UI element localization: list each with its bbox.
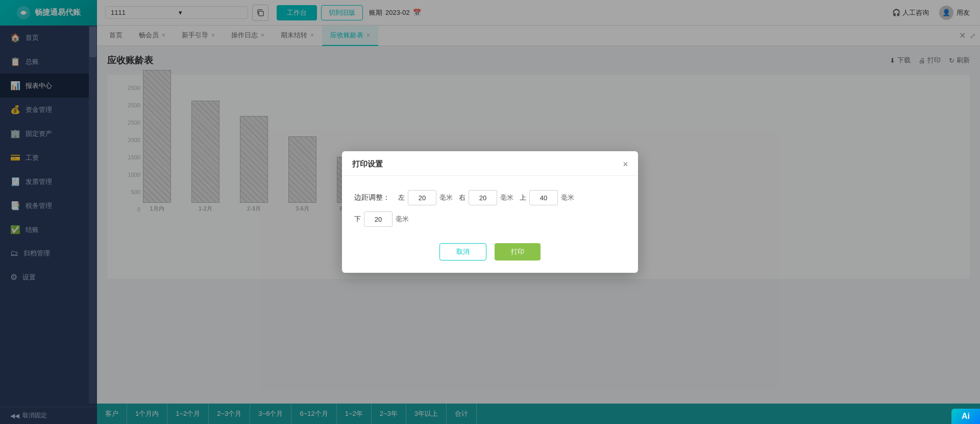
dialog-footer: 取消 打印 [342,237,638,273]
dialog-body: 边距调整： 左 毫米 右 毫米 上 毫米 下 [342,176,638,237]
right-margin-input[interactable] [469,190,497,205]
top-margin-input[interactable] [529,190,558,205]
right-unit-label: 毫米 [500,193,513,202]
margin-row: 边距调整： 左 毫米 右 毫米 上 毫米 下 [354,190,626,227]
top-direction-label: 上 [520,193,526,202]
margin-right-group: 右 毫米 [459,190,513,205]
margin-bottom-group: 下 毫米 [354,211,409,227]
margin-adjust-label: 边距调整： [354,193,390,202]
dialog-close-button[interactable]: × [623,160,628,169]
dialog-header: 打印设置 × [342,151,638,176]
margin-top-group: 上 毫米 [520,190,574,205]
print-settings-dialog: 打印设置 × 边距调整： 左 毫米 右 毫米 上 [342,151,638,273]
bottom-unit-label: 毫米 [396,215,409,224]
left-unit-label: 毫米 [439,193,453,202]
left-direction-label: 左 [398,193,405,202]
bottom-direction-label: 下 [354,215,361,224]
print-button[interactable]: 打印 [495,243,541,261]
ai-badge[interactable]: Ai [951,409,980,424]
dialog-title: 打印设置 [352,159,383,169]
ai-badge-text: Ai [962,412,970,420]
modal-overlay[interactable]: 打印设置 × 边距调整： 左 毫米 右 毫米 上 [0,0,980,424]
bottom-margin-input[interactable] [364,211,393,227]
right-direction-label: 右 [459,193,465,202]
left-margin-input[interactable] [408,190,436,205]
cancel-button[interactable]: 取消 [439,243,486,261]
margin-left-group: 左 毫米 [398,190,453,205]
top-unit-label: 毫米 [561,193,574,202]
